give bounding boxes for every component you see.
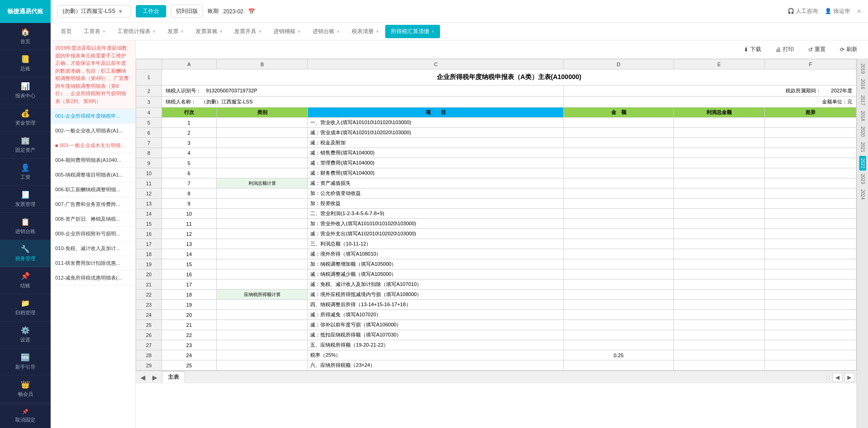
year-item-2023[interactable]: 2023 [859, 171, 866, 186]
diff-21[interactable] [765, 330, 856, 340]
diff-24[interactable] [765, 360, 856, 371]
amount-21[interactable] [564, 330, 673, 340]
tab-close-1[interactable]: × [103, 29, 105, 34]
user-service[interactable]: 🎧 人工咨询 [787, 7, 818, 15]
profit-7[interactable] [673, 188, 765, 199]
report-item-7[interactable]: 008-资产折旧、摊销及纳税... [51, 212, 135, 227]
profit-0[interactable] [673, 118, 765, 128]
amount-5[interactable] [564, 168, 673, 178]
sheet-nav-left[interactable]: ◀ [138, 373, 148, 382]
amount-18[interactable] [564, 300, 673, 310]
tab-2[interactable]: 工资统计报表× [112, 25, 161, 38]
print-button[interactable]: 🖨 打印 [772, 44, 798, 55]
profit-18[interactable] [673, 300, 765, 310]
report-item-9[interactable]: 010-免税、减计收入及加计... [51, 241, 135, 256]
diff-19[interactable] [765, 310, 856, 320]
reset-button[interactable]: ↺ 重置 [804, 44, 829, 55]
sidebar-item-10[interactable]: 📁归档管理 [0, 294, 51, 321]
amount-1[interactable] [564, 128, 673, 138]
diff-10[interactable] [765, 219, 856, 229]
diff-2[interactable] [765, 138, 856, 148]
report-item-11[interactable]: 012-减免所得税优惠明细表(... [51, 271, 135, 285]
tab-close-8[interactable]: × [376, 29, 379, 34]
report-item-5[interactable]: 006-职工薪酬纳税调整明细... [51, 183, 135, 197]
amount-12[interactable] [564, 239, 673, 249]
calendar-icon[interactable]: 📅 [248, 8, 255, 15]
tab-close-4[interactable]: × [220, 29, 223, 34]
diff-17[interactable] [765, 290, 856, 300]
amount-23[interactable]: 0.25 [564, 350, 673, 360]
amount-16[interactable] [564, 280, 673, 290]
refresh-button[interactable]: ⟳ 刷新 [836, 44, 861, 55]
diff-14[interactable] [765, 259, 856, 269]
tab-8[interactable]: 税表清册× [346, 25, 384, 38]
report-item-1[interactable]: 002-一般企业收入明细表(A1... [51, 124, 135, 138]
sheet-tab-main[interactable]: 主表 [162, 371, 185, 383]
year-item-2018[interactable]: 2018 [859, 108, 866, 123]
scroll-left-btn[interactable]: ◀ [833, 373, 842, 382]
year-item-2016[interactable]: 2016 [859, 77, 866, 91]
year-item-2024[interactable]: 2024 [859, 187, 866, 202]
diff-12[interactable] [765, 239, 856, 249]
report-item-3[interactable]: 004-期间费用明细表(A1040... [51, 153, 135, 168]
tab-3[interactable]: 发票× [162, 25, 189, 38]
sidebar-footer-unpin[interactable]: 📌 取消固定 [0, 404, 51, 428]
report-item-10[interactable]: 011-研发费用加计扣除优惠... [51, 256, 135, 271]
sidebar-item-9[interactable]: 📌结账 [0, 267, 51, 294]
profit-17[interactable] [673, 290, 765, 300]
sheet-nav-right[interactable]: ▶ [150, 373, 160, 382]
tab-close-5[interactable]: × [259, 29, 261, 34]
year-item-2021[interactable]: 2021 [859, 140, 866, 154]
diff-20[interactable] [765, 320, 856, 330]
profit-12[interactable] [673, 239, 765, 249]
report-item-4[interactable]: 005-纳税调整项目明细表(A1... [51, 168, 135, 183]
diff-22[interactable] [765, 340, 856, 350]
switch-version-button[interactable]: 切到旧版 [171, 5, 203, 18]
sidebar-item-2[interactable]: 📊报表中心 [0, 77, 51, 104]
amount-9[interactable] [564, 209, 673, 219]
profit-1[interactable] [673, 128, 765, 138]
sidebar-item-13[interactable]: 👑畅会员 [0, 376, 51, 403]
diff-4[interactable] [765, 158, 856, 168]
tab-7[interactable]: 进销台账× [307, 25, 345, 38]
year-item-2022[interactable]: 2022 [859, 156, 866, 171]
download-button[interactable]: ⬇ 下载 [740, 44, 765, 55]
profit-8[interactable] [673, 199, 765, 209]
diff-9[interactable] [765, 209, 856, 219]
tab-close-3[interactable]: × [181, 29, 184, 34]
report-item-6[interactable]: 007-广告费和业务宣传费跨... [51, 197, 135, 212]
profit-9[interactable] [673, 209, 765, 219]
sidebar-item-7[interactable]: 📋进销台账 [0, 213, 51, 240]
sidebar-item-6[interactable]: 🧾发票管理 [0, 186, 51, 213]
amount-13[interactable] [564, 249, 673, 259]
amount-15[interactable] [564, 269, 673, 280]
year-item-2017[interactable]: 2017 [859, 93, 866, 108]
amount-11[interactable] [564, 229, 673, 239]
diff-13[interactable] [765, 249, 856, 259]
profit-10[interactable] [673, 219, 765, 229]
workbench-button[interactable]: 工作台 [136, 5, 166, 17]
diff-7[interactable] [765, 188, 856, 199]
profit-14[interactable] [673, 259, 765, 269]
sidebar-item-12[interactable]: 🆕新手引导 [0, 348, 51, 376]
diff-6[interactable] [765, 178, 856, 188]
username[interactable]: 👤 徐运华 [825, 7, 850, 15]
profit-4[interactable] [673, 158, 765, 168]
profit-5[interactable] [673, 168, 765, 178]
tab-4[interactable]: 发票算账× [190, 25, 228, 38]
amount-8[interactable] [564, 199, 673, 209]
amount-2[interactable] [564, 138, 673, 148]
amount-14[interactable] [564, 259, 673, 269]
profit-24[interactable] [673, 360, 765, 371]
year-item-2020[interactable]: 2020 [859, 124, 866, 139]
tab-5[interactable]: 发票开具× [229, 25, 267, 38]
sidebar-item-5[interactable]: 👤工资 [0, 159, 51, 186]
year-item-2019[interactable]: 2019 [859, 61, 866, 76]
tab-close-7[interactable]: × [337, 29, 340, 34]
profit-19[interactable] [673, 310, 765, 320]
sidebar-item-0[interactable]: 🏠首页 [0, 23, 51, 50]
amount-24[interactable] [564, 360, 673, 371]
tab-0[interactable]: 首页 [55, 25, 77, 38]
scroll-right-btn[interactable]: ▶ [845, 373, 854, 382]
amount-17[interactable] [564, 290, 673, 300]
